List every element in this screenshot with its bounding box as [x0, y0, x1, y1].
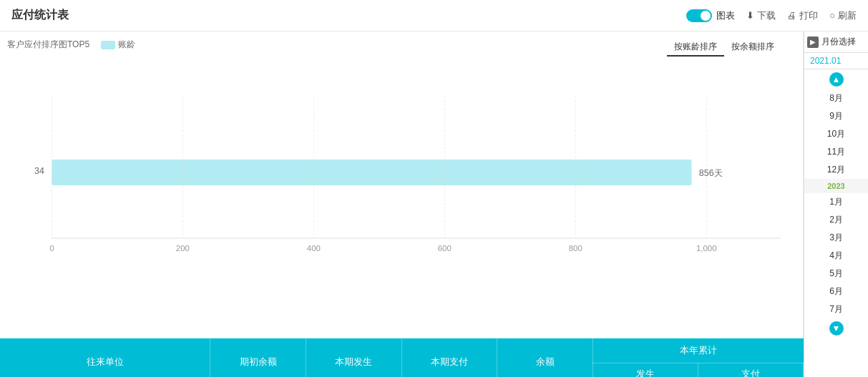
sidebar-selected-month: 2021.01 — [804, 53, 868, 69]
nav-up-icon: ▲ — [829, 72, 844, 87]
svg-rect-1 — [52, 160, 691, 185]
month-item-4[interactable]: 4月 — [804, 247, 868, 265]
header: 应付统计表 图表 ⬇ 下载 🖨 打印 ○ 刷新 — [0, 0, 868, 31]
svg-text:856天: 856天 — [699, 168, 723, 178]
month-item-9[interactable]: 9月 — [804, 107, 868, 125]
refresh-label: 刷新 — [838, 9, 857, 22]
sort-by-age-tab[interactable]: 按账龄排序 — [667, 39, 724, 57]
sidebar-title: 月份选择 — [821, 36, 856, 48]
print-label: 打印 — [799, 9, 818, 22]
table-header-row: 往来单位 期初余额 本期发生 本期支付 余额 本年累计 — [0, 338, 804, 363]
sidebar-collapse-arrow[interactable]: ▶ — [807, 36, 819, 48]
main-content: 客户应付排序图TOP5 账龄 按账龄排序 按余额排序 34 — [0, 31, 868, 338]
year-marker-2023: 2023 — [804, 179, 868, 193]
sidebar-nav-up[interactable]: ▲ — [804, 69, 868, 89]
download-icon: ⬇ — [746, 10, 754, 21]
chart-area: 客户应付排序图TOP5 账龄 按账龄排序 按余额排序 34 — [0, 31, 804, 338]
col-header-ytd: 本年累计 — [593, 338, 803, 363]
month-list: 8月 9月 10月 11月 12月 2023 1月 2月 3月 4月 5月 6月… — [804, 89, 868, 318]
svg-text:34: 34 — [34, 166, 44, 176]
nav-down-icon: ▼ — [829, 321, 844, 336]
chart-toggle-container: 图表 — [686, 9, 735, 22]
page-wrapper: 应付统计表 图表 ⬇ 下载 🖨 打印 ○ 刷新 — [0, 0, 868, 377]
month-item-5[interactable]: 5月 — [804, 265, 868, 283]
legend-box — [101, 41, 115, 49]
download-button[interactable]: ⬇ 下载 — [746, 9, 776, 22]
print-icon: 🖨 — [787, 10, 796, 21]
svg-text:1,000: 1,000 — [696, 244, 717, 253]
data-table: 往来单位 期初余额 本期发生 本期支付 余额 本年累计 发生 支付 34 — [0, 338, 804, 377]
month-item-2[interactable]: 2月 — [804, 211, 868, 229]
month-item-8[interactable]: 8月 — [804, 89, 868, 107]
sidebar-placeholder — [804, 338, 868, 377]
col-header-balance: 余额 — [497, 338, 593, 377]
svg-text:0: 0 — [49, 244, 54, 253]
month-item-10[interactable]: 10月 — [804, 125, 868, 143]
chart-legend: 客户应付排序图TOP5 账龄 — [7, 39, 135, 51]
download-label: 下载 — [757, 9, 776, 22]
chart-toggle[interactable] — [686, 9, 712, 22]
svg-text:200: 200 — [176, 244, 190, 253]
chart-sort-tabs: 按账龄排序 按余额排序 — [667, 39, 781, 57]
col-header-period-pay: 本期支付 — [401, 338, 497, 377]
sidebar-nav-down[interactable]: ▼ — [804, 318, 868, 338]
chart-toggle-label: 图表 — [716, 9, 735, 22]
sort-by-balance-tab[interactable]: 按余额排序 — [724, 39, 781, 57]
header-actions: 图表 ⬇ 下载 🖨 打印 ○ 刷新 — [686, 9, 857, 22]
page-title: 应付统计表 — [11, 8, 69, 23]
svg-text:400: 400 — [307, 244, 321, 253]
legend-title: 客户应付排序图TOP5 — [7, 39, 89, 51]
svg-text:800: 800 — [569, 244, 582, 253]
col-header-period-balance: 期初余额 — [210, 338, 306, 377]
chart-svg: 34 856天 0 200 400 600 800 1,000 — [7, 59, 796, 274]
right-sidebar: ▶ 月份选择 2021.01 ▲ 8月 9月 10月 11月 12月 2023 … — [804, 31, 868, 338]
svg-text:600: 600 — [438, 244, 452, 253]
table-container: 往来单位 期初余额 本期发生 本期支付 余额 本年累计 发生 支付 34 — [0, 338, 804, 377]
month-item-11[interactable]: 11月 — [804, 143, 868, 161]
month-item-12[interactable]: 12月 — [804, 161, 868, 179]
refresh-button[interactable]: ○ 刷新 — [829, 9, 857, 22]
sidebar-header: ▶ 月份选择 — [804, 31, 868, 53]
col-header-ytd-pay: 支付 — [698, 363, 803, 378]
col-header-ytd-occur: 发生 — [593, 363, 698, 378]
print-button[interactable]: 🖨 打印 — [787, 9, 818, 22]
month-item-7[interactable]: 7月 — [804, 300, 868, 318]
legend-item: 账龄 — [101, 39, 135, 51]
legend-item-label: 账龄 — [118, 39, 135, 51]
month-item-3[interactable]: 3月 — [804, 229, 868, 247]
bottom-section: 往来单位 期初余额 本期发生 本期支付 余额 本年累计 发生 支付 34 — [0, 338, 868, 377]
month-item-1[interactable]: 1月 — [804, 193, 868, 211]
refresh-icon: ○ — [829, 10, 835, 21]
chart-container: 34 856天 0 200 400 600 800 1,000 — [7, 59, 796, 274]
col-header-unit: 往来单位 — [0, 338, 210, 377]
col-header-period-occur: 本期发生 — [306, 338, 402, 377]
month-item-6[interactable]: 6月 — [804, 283, 868, 300]
